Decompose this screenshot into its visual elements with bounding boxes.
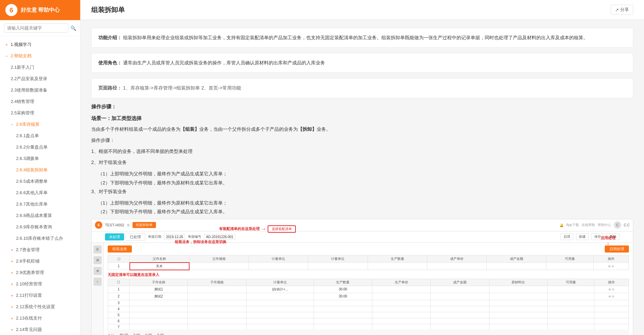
sidebar-item-product-cost[interactable]: 2.6.8商品成本重算 [0,210,80,221]
ss-empty-cell39 [246,324,314,330]
ss-type-annotation-block: 组装业务，拆卸业务在这里切换 [175,239,226,244]
sidebar-item-error[interactable]: 2.6.10库存账本错了么办 [0,233,80,244]
ss-child-name1: 测试1 [129,286,188,293]
sidebar-item-mobile[interactable]: + 2.8手机旺铺 [0,256,80,267]
sidebar-item-label: 2.6.4组装拆卸单 [16,167,48,173]
scenario1-title: 场景一：加工类型选择 [91,115,633,122]
ss-icon-app: App下载 [566,223,579,227]
step3: 3、对于拆装业务 [91,187,633,196]
ss-empty-cell16 [489,306,547,312]
ss-bar-icon1: ⚙ [127,223,130,227]
step3-sub1: （1）上部明细为父件明细，最终作为原材料生成某它出库单； [98,199,633,208]
sidebar-item-install[interactable]: 2.2产品安装及登录 [0,73,80,85]
sidebar-item-data-prep[interactable]: 2.3使用前数据准备 [0,85,80,96]
ss-btn-enable[interactable]: 启用 [560,233,573,240]
sidebar-item-assemble[interactable]: 2.6.4组装拆卸单 [0,164,80,176]
ss-annotation1-text: 有装配清单的在这里处理 [219,226,260,231]
ss-empty-cell2 [188,300,246,306]
ss-empty-cell31 [314,318,372,324]
sidebar-item-video[interactable]: + 1.视频学习 [0,39,80,50]
sidebar-item-help-doc[interactable]: − 2.帮助文档 [0,50,80,62]
ss-icon-user: 帮助中心 [598,223,611,227]
sidebar-item-cost-adjust[interactable]: 2.6.5成本调整单 [0,176,80,187]
ss-child-table: ☐ 子件名称 子件规格 计量单位 生产数量 生产单价 成产金额 原材料出 可用量… [108,279,629,330]
sidebar-item-adjust[interactable]: 2.6.3调拨单 [0,153,80,164]
ss-process-annotation: 启用处理 [601,235,615,240]
sidebar-item-print[interactable]: + 2.11打印设置 [0,290,80,301]
search-input[interactable] [4,23,68,33]
ss-date-value: 2019-12-26 [164,234,185,240]
ss-orange-nav-btn[interactable]: 组装拆卸单 [132,222,156,228]
step3-sub2: （2）下部明细为子件明细，最终作为产成品生成某它入库单。 [98,207,633,216]
ss-footer-val3: 0.00 [146,333,152,335]
ss-process-btn[interactable]: 启用处理 [605,245,629,253]
ss-empty-cell32 [372,318,431,324]
ss-cell-action: ⊕ ⊖ [593,263,629,270]
ss-col-avail: 可用量 [546,255,593,263]
ss-empty-cell37 [129,324,188,330]
ss-empty-cell7 [489,300,547,306]
plus-icon: + [11,247,13,253]
sidebar-item-stock-check[interactable]: 2.6.9库存账本查询 [0,221,80,233]
ss-tab-unprocessed[interactable]: 未处理 [105,233,124,240]
sidebar-item-personalize[interactable]: + 2.12系统个性化设置 [0,301,80,313]
ss-footer-val4: 0.00 [157,333,164,335]
ss-child-name2: 测试2 [129,293,188,300]
sidebar-item-label: 2.6.7其他出库单 [16,201,48,207]
share-icon: ↗ [615,7,619,12]
ss-btn-new[interactable]: 新建 [576,233,589,240]
ss-col-unit1: 计量单位 [246,279,314,286]
sidebar-item-coupon[interactable]: + 2.9优惠券管理 [0,267,80,278]
ss-type-btn[interactable]: 组装业务 [108,245,132,253]
ss-cell-parent-name: 关木 [130,263,189,270]
ss-empty-cell45 [594,324,629,330]
ss-child-amount1 [431,286,489,293]
sidebar-item-sales[interactable]: 2.4销售管理 [0,96,80,107]
sidebar-item-payment[interactable]: + 2.13在线支付 [0,313,80,324]
sidebar-item-label: 2.6库存核算 [16,121,40,127]
ss-cell-checkbox: 1 [108,263,130,270]
share-button[interactable]: ↗ 分享 [611,5,633,15]
ss-empty-row7: 7 [108,324,129,330]
table-row: 3 [108,300,629,306]
ss-empty-cell44 [548,324,594,330]
sidebar-item-other-in[interactable]: 2.6.6其他入库单 [0,187,80,199]
sidebar-item-inventory[interactable]: − 2.6库存核算 [0,119,80,130]
ss-parent-table-body: 1 关木 ⊕ ⊖ [108,263,629,270]
ss-username: C.C [624,223,630,227]
sidebar-item-batch-count[interactable]: 2.6.2分量盘点单 [0,142,80,153]
ss-empty-cell4 [314,300,372,306]
sidebar-item-stock-count[interactable]: 2.6.1盘点单 [0,130,80,142]
sidebar-item-purchase[interactable]: 2.5采购管理 [0,107,80,119]
intro-box: 功能介绍： 组装拆卸单用来处理企业组装或拆卸等加工业务，支持有固定装配清单的产品… [91,28,633,48]
ss-empty-cell19 [129,312,188,318]
sidebar-item-label: 2.12系统个性化设置 [16,304,55,310]
ss-action-icon[interactable]: ⊕ ⊖ [608,265,614,268]
ss-child-action1: ⊕ ⊖ [594,286,629,293]
ss-child-action-icon2[interactable]: ⊕ ⊖ [608,295,615,298]
logo-icon: 6 [5,4,17,16]
plus-icon: + [11,270,13,275]
ss-body: 组装业务 组装业务，拆卸业务在这里切换 启用处理 ↓ 启用处理 [104,243,633,335]
ss-empty-cell3 [246,300,314,306]
sidebar-item-label: 2.6.10库存账本错了么办 [16,235,63,241]
sidebar-item-ops[interactable]: + 2.10经营管理 [0,278,80,290]
sidebar-item-label: 2.13在线支付 [16,315,42,321]
ss-parent-table: ☐ 父件名称 父件规格 计量单位 计量单位 生产数量 成产单价 成产金额 可用量… [108,255,629,270]
sidebar-item-finance[interactable]: + 2.7资金管理 [0,244,80,256]
ss-date-label: 单据日期 [148,234,161,239]
search-icon[interactable]: 🔍 [70,25,76,31]
sidebar-item-label: 2.4销售管理 [11,99,34,105]
sidebar-item-newbie[interactable]: 2.1新手入门 [0,62,80,73]
ss-empty-cell36 [594,318,629,324]
ss-child-action-icon1[interactable]: ⊕ ⊖ [608,288,615,291]
sidebar-item-other-out[interactable]: 2.6.7其他出库单 [0,199,80,210]
ss-empty-cell5 [372,300,431,306]
nav-list: + 1.视频学习 − 2.帮助文档 2.1新手入门 2.2产品安装及登录 2.3… [0,36,80,335]
path-text: 1、库存核算->库存管理->组装拆卸单 2、首页->常用功能 [123,85,241,91]
ss-tab-processed[interactable]: 已处理 [125,233,145,241]
ss-empty-cell10 [129,306,188,312]
ss-footer-val2: 0.00 [133,333,140,335]
sidebar-item-faq[interactable]: + 2.14常见问题 [0,324,80,335]
ss-empty-cell21 [246,312,314,318]
